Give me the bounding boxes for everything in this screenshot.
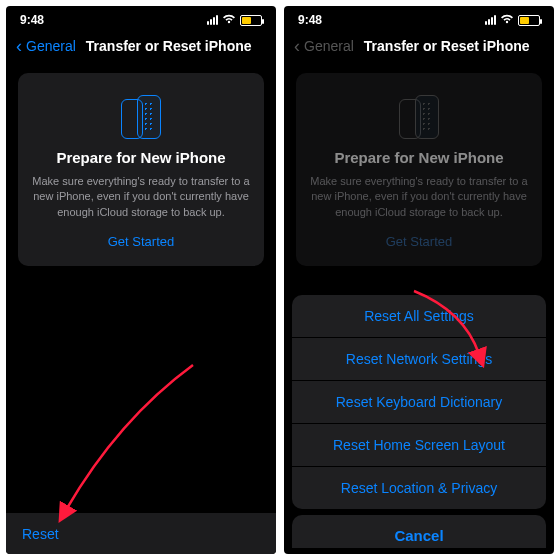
card-body: Make sure everything's ready to transfer… — [32, 174, 250, 220]
back-button: General — [304, 38, 354, 54]
sheet-reset-keyboard-dictionary[interactable]: Reset Keyboard Dictionary — [292, 380, 546, 423]
wifi-icon — [500, 14, 514, 26]
sheet-reset-network-settings[interactable]: Reset Network Settings — [292, 337, 546, 380]
reset-link[interactable]: Reset — [22, 526, 59, 542]
prepare-card-dimmed: Prepare for New iPhone Make sure everyth… — [296, 73, 542, 266]
wifi-icon — [222, 14, 236, 26]
cellular-icon — [485, 15, 496, 25]
prepare-card: Prepare for New iPhone Make sure everyth… — [18, 73, 264, 266]
page-title: Transfer or Reset iPhone — [86, 38, 252, 54]
back-chevron-icon[interactable]: ‹ — [16, 37, 22, 55]
iphone-transfer-icon — [310, 91, 528, 139]
back-chevron-icon: ‹ — [294, 37, 300, 55]
card-body: Make sure everything's ready to transfer… — [310, 174, 528, 220]
sheet-reset-all-settings[interactable]: Reset All Settings — [292, 295, 546, 337]
page-title: Transfer or Reset iPhone — [364, 38, 530, 54]
card-title: Prepare for New iPhone — [310, 149, 528, 166]
sheet-reset-location-privacy[interactable]: Reset Location & Privacy — [292, 466, 546, 509]
get-started-button[interactable]: Get Started — [108, 234, 174, 249]
nav-header: ‹ General Transfer or Reset iPhone — [284, 31, 554, 65]
status-time: 9:48 — [298, 13, 322, 27]
reset-row[interactable]: Reset — [6, 513, 276, 554]
screenshot-left: 9:48 ‹ General Transfer or Reset iPhone … — [6, 6, 276, 554]
screenshot-right: 9:48 ‹ General Transfer or Reset iPhone … — [284, 6, 554, 554]
battery-icon — [240, 15, 262, 26]
status-bar: 9:48 — [284, 6, 554, 31]
back-button[interactable]: General — [26, 38, 76, 54]
status-bar: 9:48 — [6, 6, 276, 31]
get-started-button: Get Started — [386, 234, 452, 249]
cellular-icon — [207, 15, 218, 25]
sheet-reset-home-screen-layout[interactable]: Reset Home Screen Layout — [292, 423, 546, 466]
battery-icon — [518, 15, 540, 26]
reset-action-sheet: Reset All Settings Reset Network Setting… — [292, 295, 546, 548]
status-time: 9:48 — [20, 13, 44, 27]
annotation-arrow-left — [58, 360, 198, 524]
sheet-cancel-button[interactable]: Cancel — [292, 515, 546, 548]
card-title: Prepare for New iPhone — [32, 149, 250, 166]
nav-header: ‹ General Transfer or Reset iPhone — [6, 31, 276, 65]
iphone-transfer-icon — [32, 91, 250, 139]
